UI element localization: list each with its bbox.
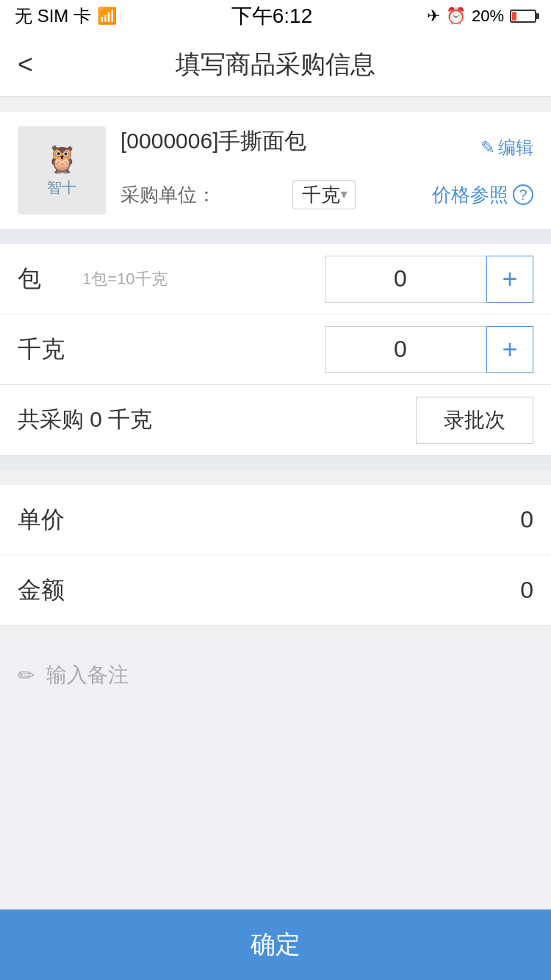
status-time: 下午6:12	[231, 2, 313, 30]
edit-label: 编辑	[498, 136, 533, 159]
section-divider-2	[0, 455, 551, 470]
amount-label: 金额	[18, 574, 65, 607]
price-ref-icon: ?	[513, 184, 533, 205]
unit-selector[interactable]: 千克	[292, 180, 356, 209]
package-input-wrap: +	[325, 256, 533, 303]
alarm-icon: ⏰	[446, 7, 466, 26]
edit-icon: ✎	[480, 137, 495, 158]
unit-select-input[interactable]: 千克	[292, 180, 356, 209]
total-row: 共采购 0 千克 录批次	[0, 385, 551, 455]
price-ref-button[interactable]: 价格参照 ?	[432, 182, 533, 208]
input-section: 包 1包=10千克 + 千克 + 共采购 0 千克 录批次	[0, 244, 551, 455]
remark-section[interactable]: ✏ 输入备注	[0, 641, 551, 710]
price-value: 0	[520, 506, 533, 533]
kg-plus-button[interactable]: +	[486, 326, 533, 373]
nav-bar: < 填写商品采购信息	[0, 32, 551, 97]
confirm-button[interactable]: 确定	[0, 909, 551, 980]
wifi-icon: 📶	[97, 7, 117, 26]
kg-label: 千克	[18, 334, 76, 366]
package-label: 包	[18, 263, 76, 295]
status-bar: 无 SIM 卡 📶 下午6:12 ✈ ⏰ 20%	[0, 0, 551, 32]
confirm-label: 确定	[251, 928, 300, 962]
edit-button[interactable]: ✎ 编辑	[480, 136, 533, 159]
empty-area	[0, 710, 551, 930]
kg-input[interactable]	[325, 326, 486, 373]
status-right: ✈ ⏰ 20%	[427, 7, 536, 26]
section-divider-1	[0, 229, 551, 244]
package-input[interactable]	[325, 256, 486, 303]
product-name: [0000006]手撕面包	[120, 126, 306, 156]
location-icon: ✈	[427, 7, 440, 26]
product-image: 🦉 智十	[18, 126, 106, 215]
status-left: 无 SIM 卡 📶	[15, 4, 117, 28]
price-label: 单价	[18, 504, 65, 536]
amount-value: 0	[520, 577, 533, 604]
product-info: [0000006]手撕面包 ✎ 编辑 采购单位： 千克 价格参照 ?	[120, 126, 533, 209]
record-batch-button[interactable]: 录批次	[416, 397, 533, 444]
sim-label: 无 SIM 卡	[15, 4, 91, 28]
kg-input-wrap: +	[325, 326, 533, 373]
price-row: 单价 0	[0, 485, 551, 555]
battery-percent: 20%	[472, 7, 504, 26]
package-row: 包 1包=10千克 +	[0, 244, 551, 314]
remark-placeholder: 输入备注	[46, 661, 129, 689]
pencil-icon: ✏	[18, 663, 35, 688]
kg-row: 千克 +	[0, 314, 551, 385]
owl-icon: 🦉	[46, 144, 79, 175]
back-button[interactable]: <	[18, 49, 33, 80]
page-title: 填写商品采购信息	[176, 48, 375, 82]
price-ref-label: 价格参照	[432, 182, 508, 208]
owl-label: 智十	[47, 178, 76, 198]
product-section: 🦉 智十 [0000006]手撕面包 ✎ 编辑 采购单位： 千克 价格参照 ?	[0, 112, 551, 229]
package-sublabel: 1包=10千克	[82, 268, 325, 290]
package-plus-button[interactable]: +	[486, 256, 533, 303]
total-label: 共采购 0 千克	[18, 405, 152, 435]
unit-label: 采购单位：	[120, 182, 216, 208]
battery-icon	[510, 10, 536, 23]
info-section: 单价 0 金额 0	[0, 485, 551, 626]
amount-row: 金额 0	[0, 555, 551, 626]
